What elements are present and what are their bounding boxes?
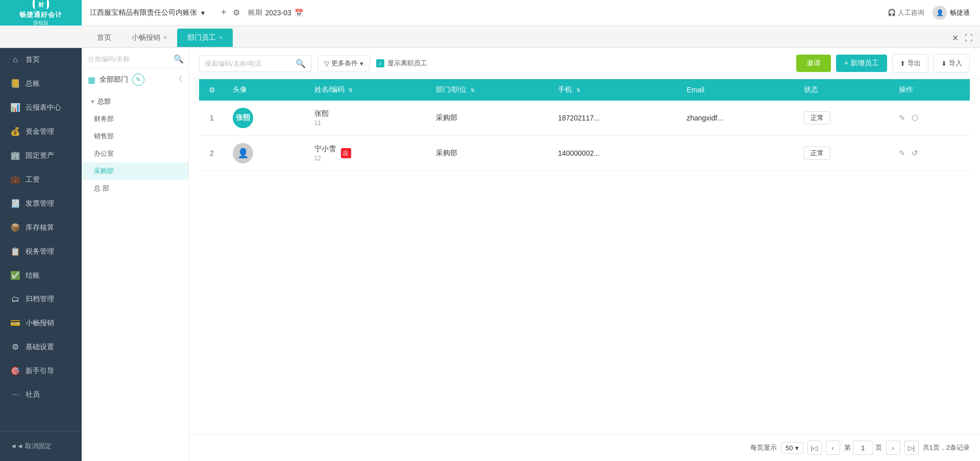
th-settings[interactable]: ⚙ [199,79,225,101]
show-left-employees-toggle[interactable]: ✓ 显示离职员工 [376,59,427,68]
action-buttons: ✎ ↺ [899,149,962,158]
tab-close-all[interactable]: ✕ [951,32,960,44]
dept-tree-item-finance[interactable]: 财务部 [82,110,188,128]
sidebar-item-inventory[interactable]: 📦 库存核算 [0,215,82,239]
invoice-icon: 🧾 [10,199,20,208]
sidebar-item-invoice[interactable]: 🧾 发票管理 [0,191,82,215]
employee-code: 12 [314,155,336,162]
dept-tree-item-purchase[interactable]: 采购部 [82,162,188,180]
dept-tree-item-sales[interactable]: 销售部 [82,128,188,145]
guide-icon: 🎯 [10,366,20,376]
app-title: 畅捷通好会计 [19,10,62,19]
edit-icon[interactable]: ✎ [899,149,905,158]
user-name: 畅捷通 [950,8,970,17]
last-page-button[interactable]: ▷| [904,441,919,455]
add-employee-button[interactable]: + 新增员工 [836,55,887,72]
filter-label: 更多条件 [331,59,358,68]
sidebar-item-settings[interactable]: ⚙ 基础设置 [0,335,82,359]
sidebar-item-expense[interactable]: 💳 小畅报销 [0,311,82,335]
import-button[interactable]: ⬇ 导入 [934,54,970,72]
tab-employees[interactable]: 部门员工 × [177,29,233,47]
tab-home[interactable]: 首页 [87,29,121,47]
dept-all-label: 全部部门 [100,75,128,84]
dept-all-header[interactable]: ▦ 全部部门 ✎ 《 [82,68,188,91]
dept-edit-button[interactable]: ✎ [132,74,144,86]
avatar-circle: 张熙 [233,108,253,128]
dept-tree-item-general[interactable]: 总 部 [82,180,188,197]
sidebar-item-more[interactable]: ··· 社员 [0,383,82,406]
dept-search-icon[interactable]: 🔍 [174,54,184,64]
home-icon: ⌂ [10,55,20,64]
dept-tree-parent-head[interactable]: ▼ 总部 [82,93,188,110]
first-page-button[interactable]: |◁ [807,441,822,455]
tab-expense[interactable]: 小畅报销 × [121,29,177,47]
more-icon: ··· [10,390,20,399]
th-status: 状态 [796,79,891,101]
sidebar-item-tax[interactable]: 📋 税务管理 [0,239,82,263]
sidebar-item-archive[interactable]: 🗂 归档管理 [0,287,82,311]
tab-expense-close[interactable]: × [163,34,167,41]
show-left-label: 显示离职员工 [387,59,427,68]
employee-name: 宁小雪 [314,144,336,154]
svg-text:财: 财 [38,2,44,8]
company-selector[interactable]: 江西服宝精品有限责任公司内账张 ▾ [82,8,213,17]
sidebar-label-salary: 工资 [26,175,40,184]
tab-bar: 首页 小畅报销 × 部门员工 × ✕ ⛶ [0,26,980,48]
reports-icon: 📊 [10,103,20,112]
sidebar-item-guide[interactable]: 🎯 新手引导 [0,359,82,383]
service-button[interactable]: 🎧 人工咨询 [888,8,924,17]
filter-button[interactable]: ▽ 更多条件 ▾ [317,55,370,71]
sidebar-label-expense: 小畅报销 [26,319,54,328]
settings-button[interactable]: ⚙ [233,8,240,17]
employee-search-icon[interactable]: 🔍 [296,59,306,68]
tab-bar-actions: ✕ ⛶ [945,32,980,47]
dept-panel: 🔍 ▦ 全部部门 ✎ 《 ▼ 总部 财务部 [82,48,189,461]
tab-employees-close[interactable]: × [219,34,223,41]
unpin-button[interactable]: ◄◄ 取消固定 [0,436,82,456]
sidebar-item-reports[interactable]: 📊 云报表中心 [0,95,82,119]
th-mobile[interactable]: 手机 ⇅ [550,79,678,101]
dept-tree-item-office[interactable]: 办公室 [82,145,188,162]
general-icon: 📒 [10,79,20,88]
sidebar-item-checkout[interactable]: ✅ 结账 [0,263,82,287]
sort-icon-name: ⇅ [349,87,353,93]
sort-icon-mobile: ⇅ [576,87,580,93]
checkout-icon: ✅ [10,271,20,280]
expense-icon: 💳 [10,318,20,328]
sidebar-label-home: 首页 [26,55,40,64]
period-label: 账期 [248,8,262,17]
th-dept[interactable]: 部门/职位 ⇅ [428,79,550,101]
sidebar-item-general[interactable]: 📒 总账 [0,71,82,95]
page-content: 🔍 ▦ 全部部门 ✎ 《 ▼ 总部 财务部 [82,48,980,461]
logout-icon[interactable]: ⬡ [912,113,918,123]
add-button[interactable]: + [221,7,227,18]
dept-search-input[interactable] [88,55,174,63]
refresh-icon[interactable]: ↺ [912,149,918,158]
th-name[interactable]: 姓名/编码 ⇅ [306,79,428,101]
row-mobile: 140000002... [550,136,678,171]
sidebar-item-funds[interactable]: 💰 资金管理 [0,119,82,143]
prev-page-button[interactable]: ‹ [826,441,840,455]
sidebar-label-invoice: 发票管理 [26,199,54,208]
sidebar-item-home[interactable]: ⌂ 首页 [0,48,82,71]
export-button[interactable]: ⬆ 导出 [892,54,928,72]
sort-icon-dept: ⇅ [471,87,475,93]
user-area[interactable]: 👤 畅捷通 [933,6,970,20]
dept-collapse-button[interactable]: 《 [175,75,182,84]
header-actions: + ⚙ [213,7,248,18]
th-email: Email [678,79,796,101]
tab-expand[interactable]: ⛶ [964,33,974,44]
page-number-input[interactable] [853,441,873,455]
invite-button[interactable]: 邀请 [796,55,831,72]
dept-grid-icon: ▦ [88,75,95,85]
logo-icon: 财 [33,0,49,9]
next-page-button[interactable]: › [886,441,900,455]
sidebar-item-assets[interactable]: 🏢 固定资产 [0,143,82,167]
edit-icon[interactable]: ✎ [899,113,905,123]
page-label-before: 第 [844,443,851,452]
employee-search-input[interactable] [205,60,292,67]
per-page-select[interactable]: 50 ▾ [781,442,803,454]
sidebar-item-salary[interactable]: 💼 工资 [0,167,82,191]
calendar-icon[interactable]: 📅 [295,9,303,17]
filter-icon: ▽ [324,60,329,67]
